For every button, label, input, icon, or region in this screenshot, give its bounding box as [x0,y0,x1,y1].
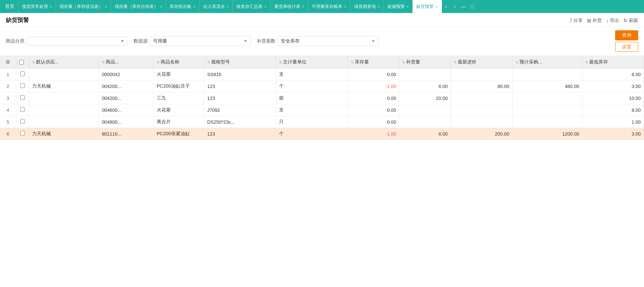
category-filter-label: 商品分类 [6,38,25,44]
category-select[interactable]: ▼ [27,37,128,45]
replenish-base-select[interactable]: 安全库存 ▼ [278,36,379,46]
select-all-checkbox[interactable] [19,60,24,65]
replenish-label: 补货 [592,17,602,24]
tab-collect-summary-label: 收发存汇总表 [236,4,262,10]
row-latest-price: 80.00 [451,80,513,92]
row-min-stock: 3.00 [582,80,644,92]
filter-actions: 查询 设置 [615,30,638,52]
tab-shortage-close[interactable]: × [435,4,438,9]
replenish-base-label: 补货基数 [257,38,275,44]
table-row: 3 004200... 三九 123 箱 0.00 20.00 10.00 [0,92,644,104]
col-latest-price-label: 最新进价 [458,59,477,65]
settings-button[interactable]: 设置 [615,42,638,52]
replenish-base-filter-group: 补货基数 安全库存 ▼ [257,36,379,46]
row-est-purchase [512,69,582,80]
tab-available-ledger[interactable]: 可用量库存账本 × [308,0,350,13]
tab-prev-btn[interactable]: ‹ [442,0,451,13]
row-checkbox[interactable] [20,119,25,124]
tab-inout-flow[interactable]: 出入库流水 × [200,0,233,13]
table-header-row: ⚙ ⇅ 默认供应... [0,56,644,69]
tab-expiry-query-close[interactable]: × [378,4,380,9]
tab-shortage[interactable]: 缺货预警 × [413,0,441,13]
row-checkbox[interactable] [20,71,25,76]
col-name-sort-icon: ⇅ [157,60,160,64]
row-unit: 只 [276,116,348,128]
datasource-dropdown-icon: ▼ [243,39,248,44]
col-spec-sort-icon: ⇅ [207,60,210,64]
col-latest-price[interactable]: ⇅ 最新进价 [451,56,513,69]
row-replenish [399,116,451,128]
row-stock: -1.00 [348,80,399,92]
column-settings-icon[interactable]: ⚙ [5,59,10,65]
row-name: 火花塞 [153,104,204,116]
col-supplier[interactable]: ⇅ 默认供应... [29,56,99,69]
datasource-select[interactable]: 可用量 ▼ [150,36,251,46]
row-check-cell [16,69,29,80]
col-stock[interactable]: ⇅ 库存量 [348,56,399,69]
share-button[interactable]: ⤴ 分享 [570,17,583,24]
tab-overstock[interactable]: 超储预警 × [384,0,413,13]
tab-collect-summary[interactable]: 收发存汇总表 × [233,0,270,13]
row-min-stock: 3.00 [582,128,644,140]
tab-inventory-dist[interactable]: 现存量（库存分布表） × [111,0,166,13]
row-min-stock: 10.00 [582,92,644,104]
col-min-stock[interactable]: ⇅ 最低库存 [582,56,644,69]
shortage-table: ⚙ ⇅ 默认供应... [0,56,644,140]
tab-home[interactable]: 首页 [1,0,18,13]
tab-inventory-dist-close[interactable]: × [160,4,162,9]
table-row: 1 0000042 火花塞 SS816 支 0.00 8.00 [0,69,644,80]
tab-expiry-query[interactable]: 保质期查询 × [351,0,384,13]
export-button[interactable]: ↓ 导出 [606,17,619,24]
col-name[interactable]: ⇅ 商品名称 [153,56,204,69]
row-spec: SS816 [204,69,276,80]
row-replenish: 6.00 [399,128,451,140]
tab-inout-flow-close[interactable]: × [227,4,229,9]
tab-batch-account[interactable]: 库存批次账 × [166,0,199,13]
tab-maximize-btn[interactable]: □ [468,0,477,13]
row-checkbox[interactable] [20,95,25,100]
row-checkbox[interactable] [20,131,25,136]
tab-order-stats-close[interactable]: × [302,4,304,9]
datasource-filter-label: 数据源 [134,38,148,44]
tab-minimize-btn[interactable]: — [459,0,468,13]
row-spec: 123 [204,80,276,92]
row-code: 0000042 [99,69,154,80]
row-supplier [29,69,99,80]
tab-exception-close[interactable]: × [50,4,52,9]
col-est-purchase[interactable]: ⇅ 预计采购... [512,56,582,69]
row-spec: 123 [204,92,276,104]
col-spec[interactable]: ⇅ 规格型号 [204,56,276,69]
tab-collect-summary-close[interactable]: × [264,4,266,9]
tab-available-ledger-close[interactable]: × [344,4,346,9]
tab-inventory-status[interactable]: 现存量（库存状况表） × [56,0,111,13]
tab-expiry-query-label: 保质期查询 [354,4,376,10]
query-button[interactable]: 查询 [615,30,638,40]
col-est-purchase-label: 预计采购... [519,59,542,65]
share-icon: ⤴ [570,18,572,23]
row-est-purchase [512,116,582,128]
col-name-label: 商品名称 [161,59,179,65]
tab-home-label: 首页 [5,3,14,10]
replenish-base-dropdown-icon: ▼ [371,39,375,44]
tab-next-btn[interactable]: › [451,0,459,13]
col-unit[interactable]: ⇅ 主计量单位 [276,56,348,69]
tab-overstock-close[interactable]: × [406,4,409,9]
replenish-button[interactable]: ⊞ 补货 [587,17,602,24]
tab-inventory-status-label: 现存量（库存状况表） [60,4,103,10]
tab-exception[interactable]: 拣货异常处理 × [18,0,56,13]
col-code-sort-icon: ⇅ [102,60,105,64]
tab-batch-account-close[interactable]: × [193,4,195,9]
row-stock: -1.00 [348,128,399,140]
col-supplier-label: 默认供应... [36,59,59,65]
col-code[interactable]: ⇅ 商品... [99,56,154,69]
col-unit-sort-icon: ⇅ [279,60,282,64]
row-gear-cell: 2 [0,80,16,92]
tab-inventory-status-close[interactable]: × [105,4,107,9]
col-replenish[interactable]: ⇅ 补货量 [399,56,451,69]
row-latest-price: 200.00 [451,128,513,140]
row-checkbox[interactable] [20,83,25,88]
table-row: 2 力天机械 004200... PC200油缸庄子 123 个 -1.00 6… [0,80,644,92]
row-checkbox[interactable] [20,107,25,112]
refresh-button[interactable]: ↻ 刷新 [623,17,638,24]
tab-order-stats[interactable]: 要货单统计表 × [271,0,308,13]
